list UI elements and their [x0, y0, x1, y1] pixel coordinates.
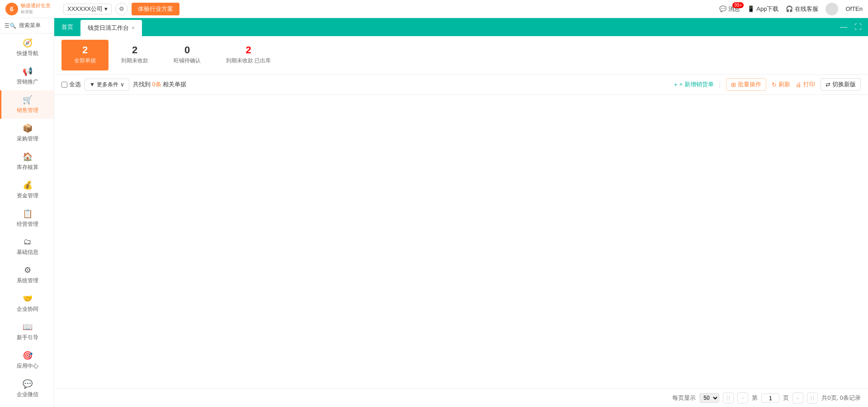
sidebar-item-营销推广[interactable]: 📢 营销推广 — [0, 62, 54, 90]
tab-close-icon[interactable]: × — [132, 25, 135, 31]
sidebar-item-label: 营销推广 — [17, 78, 38, 86]
sidebar-icon: 🤝 — [23, 294, 33, 304]
stat-tab-2[interactable]: 0 旺铺待确认 — [161, 36, 213, 74]
switch-version-button[interactable]: ⇄ 切换新版 — [821, 78, 861, 91]
sidebar-item-资金管理[interactable]: 💰 资金管理 — [0, 176, 54, 204]
switch-icon: ⇄ — [826, 81, 830, 88]
sidebar-item-基础信息[interactable]: 🗂 基础信息 — [0, 233, 54, 261]
page-suffix: 页 — [783, 394, 789, 402]
prev-page-button[interactable]: ＜ — [737, 393, 748, 403]
company-selector[interactable]: XXXXXX公司 ▾ — [63, 4, 112, 14]
sidebar-item-label: 企业协同 — [17, 305, 38, 313]
add-icon: + — [674, 81, 678, 88]
maximize-button[interactable]: ⛶ — [852, 21, 864, 33]
batch-icon: ⊞ — [731, 81, 736, 88]
sidebar-icon: 📋 — [23, 209, 33, 219]
stat-tab-1[interactable]: 2 到期未收款 — [108, 36, 161, 74]
search-menu-label: 搜索菜单 — [19, 22, 41, 29]
refresh-button[interactable]: ↻ 刷新 — [772, 80, 790, 89]
sidebar-item-销售管理[interactable]: 🛒 销售管理 — [0, 90, 54, 119]
toolbar-left: 全选 ▼ 更多条件 ∨ 共找到 0条 相关单据 — [61, 79, 670, 91]
sidebar-item-库存核算[interactable]: 🏠 库存核算 — [0, 147, 54, 176]
active-tab-label: 钱货日清工作台 — [88, 24, 129, 32]
stat-tab-3[interactable]: 2 到期未收款 已出库 — [213, 36, 283, 74]
total-info: 共0页, 0条记录 — [821, 394, 861, 402]
app-label: App下载 — [756, 5, 778, 13]
stat-tab-0[interactable]: 2 全部单据 — [61, 40, 108, 70]
count-suffix: 相关单据 — [163, 81, 186, 88]
print-button[interactable]: 🖨 打印 — [796, 80, 815, 89]
table-area — [54, 95, 868, 388]
sidebar-item-企业微信[interactable]: 💬 企业微信 — [0, 374, 54, 403]
tab-active[interactable]: 钱货日清工作台 × — [80, 20, 142, 36]
sidebar-item-label: 快捷导航 — [17, 50, 38, 57]
logo-text: 畅捷通好生意 — [21, 3, 51, 9]
sidebar-icon: 🧭 — [23, 38, 33, 48]
settings-button[interactable]: ⚙ — [115, 3, 128, 15]
main-layout: ☰🔍 搜索菜单 🧭 快捷导航 📢 营销推广 🛒 销售管理 📦 采购管理 🏠 库存… — [0, 18, 868, 407]
sidebar-items: 🧭 快捷导航 📢 营销推广 🛒 销售管理 📦 采购管理 🏠 库存核算 💰 资金管… — [0, 33, 54, 407]
message-button[interactable]: 💬 消息 99+ — [719, 5, 740, 13]
sidebar-item-label: 库存核算 — [17, 164, 38, 171]
per-page-select[interactable]: 50 — [699, 393, 719, 403]
page-input[interactable] — [761, 393, 779, 403]
sidebar-item-应用中心[interactable]: 🎯 应用中心 — [0, 346, 54, 374]
sidebar: ☰🔍 搜索菜单 🧭 快捷导航 📢 营销推广 🛒 销售管理 📦 采购管理 🏠 库存… — [0, 18, 54, 407]
logo-text-area: 畅捷通好生意 标准版 — [21, 3, 51, 14]
sidebar-icon: 📢 — [23, 66, 33, 76]
tab-bar: 首页 钱货日清工作台 × — ⛶ — [54, 18, 868, 36]
batch-operation-button[interactable]: ⊞ 批量操作 — [726, 78, 766, 91]
first-page-button[interactable]: ⟨⟨ — [723, 393, 734, 403]
sidebar-icon: 🏠 — [23, 152, 33, 162]
trial-button[interactable]: 体验行业方案 — [132, 3, 179, 15]
logo-badge: 标准版 — [21, 9, 51, 15]
next-page-button[interactable]: ＞ — [793, 393, 803, 403]
stats-tabs: 2 全部单据 2 到期未收款 0 旺铺待确认 2 到期未收款 已出库 — [54, 36, 868, 75]
topbar-left: 6 畅捷通好生意 标准版 XXXXXX公司 ▾ ⚙ 体验行业方案 — [5, 3, 179, 15]
topbar-right: 💬 消息 99+ 📱 App下载 🎧 在线客服 OfTEn — [719, 3, 863, 15]
add-sales-button[interactable]: + + 新增销货单 — [674, 80, 714, 89]
minimize-button[interactable]: — — [837, 21, 850, 33]
sidebar-item-label: 新手引导 — [17, 334, 38, 342]
sidebar-icon: 🛒 — [23, 95, 33, 105]
sidebar-item-label: 销售管理 — [17, 107, 38, 114]
filter-button[interactable]: ▼ 更多条件 ∨ — [85, 79, 129, 91]
pagination: 每页显示 50 ⟨⟨ ＜ 第 页 ＞ ⟩⟩ 共0页, 0条记录 — [54, 388, 868, 407]
app-download-button[interactable]: 📱 App下载 — [747, 5, 778, 13]
count-text: 共找到 0条 相关单据 — [133, 80, 186, 89]
select-all-input[interactable] — [61, 82, 67, 88]
app-icon: 📱 — [747, 5, 755, 12]
sidebar-item-采购管理[interactable]: 📦 采购管理 — [0, 119, 54, 147]
content-area: 首页 钱货日清工作台 × — ⛶ 2 全部单据 2 到期未收款 0 旺铺待确认 — [54, 18, 868, 407]
stat-num: 2 — [132, 44, 137, 56]
sidebar-item-企业协同[interactable]: 🤝 企业协同 — [0, 289, 54, 318]
company-name: XXXXXX公司 — [67, 5, 103, 13]
sidebar-icon: 🎯 — [23, 351, 33, 360]
online-service-button[interactable]: 🎧 在线客服 — [786, 5, 818, 13]
sidebar-item-label: 采购管理 — [17, 135, 38, 143]
online-label: 在线客服 — [795, 5, 818, 13]
print-label: 打印 — [803, 80, 815, 89]
tab-home[interactable]: 首页 — [54, 18, 80, 36]
sidebar-icon: 📖 — [23, 322, 33, 332]
sidebar-item-新手引导[interactable]: 📖 新手引导 — [0, 318, 54, 346]
sidebar-icon: 💰 — [23, 180, 33, 190]
chevron-down-icon: ▾ — [104, 5, 108, 12]
sidebar-item-label: 系统管理 — [17, 277, 38, 285]
username[interactable]: OfTEn — [845, 5, 863, 12]
page-content: 2 全部单据 2 到期未收款 0 旺铺待确认 2 到期未收款 已出库 全选 ▼ — [54, 36, 868, 407]
topbar: 6 畅捷通好生意 标准版 XXXXXX公司 ▾ ⚙ 体验行业方案 💬 消息 99… — [0, 0, 868, 18]
gear-icon: ⚙ — [119, 5, 124, 12]
last-page-button[interactable]: ⟩⟩ — [807, 393, 818, 403]
sidebar-item-畅会员[interactable]: 👑 畅会员 — [0, 403, 54, 407]
sidebar-item-快捷导航[interactable]: 🧭 快捷导航 — [0, 33, 54, 62]
select-all-checkbox[interactable]: 全选 — [61, 80, 81, 89]
sidebar-item-经营管理[interactable]: 📋 经营管理 — [0, 204, 54, 233]
avatar[interactable] — [826, 3, 838, 15]
logo-icon: 6 — [5, 3, 18, 15]
search-menu[interactable]: ☰🔍 搜索菜单 — [0, 18, 54, 33]
count-prefix: 共找到 — [133, 81, 151, 88]
toolbar: 全选 ▼ 更多条件 ∨ 共找到 0条 相关单据 — [54, 75, 868, 95]
sidebar-item-系统管理[interactable]: ⚙ 系统管理 — [0, 261, 54, 289]
sidebar-icon: 🗂 — [24, 237, 32, 247]
